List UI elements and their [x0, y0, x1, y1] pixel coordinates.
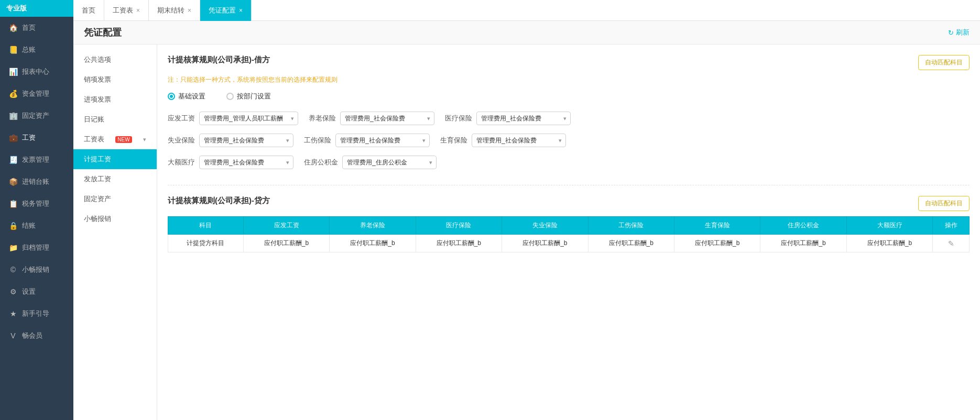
sidebar-item-guide[interactable]: ★ 新手引导: [0, 303, 73, 325]
radio-dept[interactable]: 按部门设置: [226, 92, 271, 101]
nav-public[interactable]: 公共选项: [73, 50, 157, 70]
form-item-housing: 住房公积金 管理费用_住房公积金: [304, 156, 437, 169]
nav-fixed-assets[interactable]: 固定资产: [73, 189, 157, 209]
invoice-icon: 🧾: [8, 156, 18, 164]
td-action[interactable]: ✎: [933, 235, 970, 252]
sidebar-item-close[interactable]: 🔒 结账: [0, 215, 73, 237]
tab-voucher-config[interactable]: 凭证配置 ×: [200, 0, 252, 21]
tax-icon: 📋: [8, 200, 18, 208]
sidebar-item-home[interactable]: 🏠 首页: [0, 17, 73, 39]
td-maternity: 应付职工薪酬_b: [674, 235, 760, 252]
pension-label: 养老保险: [309, 114, 336, 123]
sidebar-item-inventory[interactable]: 📦 进销台账: [0, 171, 73, 193]
salary-label: 应发工资: [168, 114, 195, 123]
sidebar-item-xcreport[interactable]: © 小畅报销: [0, 259, 73, 281]
nav-salary-table[interactable]: 工资表 NEW ▾: [73, 129, 157, 149]
page-title: 凭证配置: [84, 26, 122, 39]
housing-label: 住房公积金: [304, 158, 338, 167]
edit-icon[interactable]: ✎: [948, 239, 954, 248]
tab-salary-close[interactable]: ×: [136, 7, 140, 14]
sidebar-item-member[interactable]: V 畅会员: [0, 325, 73, 347]
credit-section-header: 计提核算规则(公司承担)-贷方 自动匹配科目: [168, 196, 970, 211]
sidebar-item-label: 畅会员: [22, 331, 42, 340]
th-pension: 养老保险: [330, 217, 416, 235]
tab-voucher-close[interactable]: ×: [239, 7, 243, 14]
sidebar-item-tax[interactable]: 📋 税务管理: [0, 193, 73, 215]
tab-bar: 首页 工资表 × 期末结转 × 凭证配置 ×: [73, 0, 980, 21]
sidebar-item-invoice[interactable]: 🧾 发票管理: [0, 149, 73, 171]
large-medical-select[interactable]: 管理费用_社会保险费: [199, 156, 293, 169]
salary-select[interactable]: 管理费用_管理人员职工薪酬: [199, 112, 298, 125]
debit-section-header: 计提核算规则(公司承担)-借方 自动匹配科目: [168, 55, 970, 70]
tab-salary-table[interactable]: 工资表 ×: [104, 0, 149, 21]
medical-select[interactable]: 管理费用_社会保险费: [476, 112, 571, 125]
debit-form-row-1: 应发工资 管理费用_管理人员职工薪酬 养老保险 管理费用_社会保险费: [168, 112, 970, 125]
injury-select[interactable]: 管理费用_社会保险费: [335, 134, 430, 147]
form-item-medical: 医疗保险 管理费用_社会保险费: [445, 112, 571, 125]
debit-auto-match-button[interactable]: 自动匹配科目: [918, 55, 970, 70]
nav-xcreport[interactable]: 小畅报销: [73, 209, 157, 229]
inventory-icon: 📦: [8, 178, 18, 186]
nav-journal[interactable]: 日记账: [73, 109, 157, 129]
refresh-label: 刷新: [956, 28, 970, 37]
sidebar: 专业版 🏠 首页 📒 总账 📊 报表中心 💰 资金管理 🏢 固定资产 💼 工资 …: [0, 0, 73, 420]
credit-table-body: 计提贷方科目 应付职工薪酬_b 应付职工薪酬_b 应付职工薪酬_b 应付职工薪酬…: [168, 235, 970, 252]
debit-note: 注：只能选择一种方式，系统将按照您当前的选择来配置规则: [168, 75, 970, 84]
sidebar-item-ledger[interactable]: 📒 总账: [0, 39, 73, 61]
archive-icon: 📁: [8, 244, 18, 252]
th-housing: 住房公积金: [760, 217, 846, 235]
sidebar-item-label: 资金管理: [22, 89, 49, 98]
tab-home-label: 首页: [82, 6, 95, 15]
tab-salary-label: 工资表: [113, 6, 133, 15]
content-wrapper: 公共选项 销项发票 进项发票 日记账 工资表 NEW ▾ 计提工资 发放工资: [73, 45, 980, 420]
large-medical-select-wrapper: 管理费用_社会保险费: [199, 156, 293, 169]
nav-cancel-invoice[interactable]: 销项发票: [73, 70, 157, 90]
expand-icon: ▾: [143, 136, 146, 143]
assets-icon: 🏢: [8, 112, 18, 120]
tab-home[interactable]: 首页: [73, 0, 104, 21]
injury-select-wrapper: 管理费用_社会保险费: [335, 134, 430, 147]
credit-title: 计提核算规则(公司承担)-贷方: [168, 196, 270, 206]
housing-select-wrapper: 管理费用_住房公积金: [342, 156, 437, 169]
sidebar-item-funds[interactable]: 💰 资金管理: [0, 83, 73, 105]
sidebar-item-reports[interactable]: 📊 报表中心: [0, 61, 73, 83]
sidebar-item-salary[interactable]: 💼 工资: [0, 127, 73, 149]
funds-icon: 💰: [8, 90, 18, 98]
pension-select[interactable]: 管理费用_社会保险费: [340, 112, 434, 125]
tab-period-close[interactable]: 期末结转 ×: [149, 0, 200, 21]
home-icon: 🏠: [8, 24, 18, 32]
sidebar-item-settings[interactable]: ⚙ 设置: [0, 281, 73, 303]
main-content: 计提核算规则(公司承担)-借方 自动匹配科目 注：只能选择一种方式，系统将按照您…: [157, 45, 980, 420]
settings-icon: ⚙: [8, 288, 18, 296]
maternity-select[interactable]: 管理费用_社会保险费: [472, 134, 566, 147]
th-action: 操作: [933, 217, 970, 235]
sidebar-item-label: 小畅报销: [22, 265, 49, 274]
form-item-pension: 养老保险 管理费用_社会保险费: [309, 112, 434, 125]
nav-entry-invoice[interactable]: 进项发票: [73, 90, 157, 109]
housing-select[interactable]: 管理费用_住房公积金: [342, 156, 437, 169]
td-medical: 应付职工薪酬_b: [416, 235, 502, 252]
th-medical: 医疗保险: [416, 217, 502, 235]
unemployment-label: 失业保险: [168, 136, 195, 145]
th-subject: 科目: [168, 217, 244, 235]
sidebar-item-label: 设置: [22, 287, 36, 296]
injury-label: 工伤保险: [304, 136, 331, 145]
th-injury: 工伤保险: [588, 217, 674, 235]
refresh-button[interactable]: ↻ 刷新: [948, 28, 970, 37]
xcreport-icon: ©: [8, 266, 18, 274]
radio-dept-label: 按部门设置: [237, 92, 271, 101]
credit-auto-match-button[interactable]: 自动匹配科目: [918, 196, 970, 211]
unemployment-select[interactable]: 管理费用_社会保险费: [199, 134, 293, 147]
sidebar-item-label: 工资: [22, 133, 36, 142]
th-large-medical: 大额医疗: [846, 217, 932, 235]
nav-calc-salary[interactable]: 计提工资: [73, 149, 157, 169]
sidebar-item-archive[interactable]: 📁 归档管理: [0, 237, 73, 259]
form-item-injury: 工伤保险 管理费用_社会保险费: [304, 134, 430, 147]
unemployment-select-wrapper: 管理费用_社会保险费: [199, 134, 293, 147]
ledger-icon: 📒: [8, 46, 18, 54]
nav-pay-salary[interactable]: 发放工资: [73, 169, 157, 189]
section-divider: [168, 185, 970, 185]
sidebar-item-assets[interactable]: 🏢 固定资产: [0, 105, 73, 127]
radio-basic[interactable]: 基础设置: [168, 92, 205, 101]
tab-period-close-btn[interactable]: ×: [188, 7, 191, 14]
